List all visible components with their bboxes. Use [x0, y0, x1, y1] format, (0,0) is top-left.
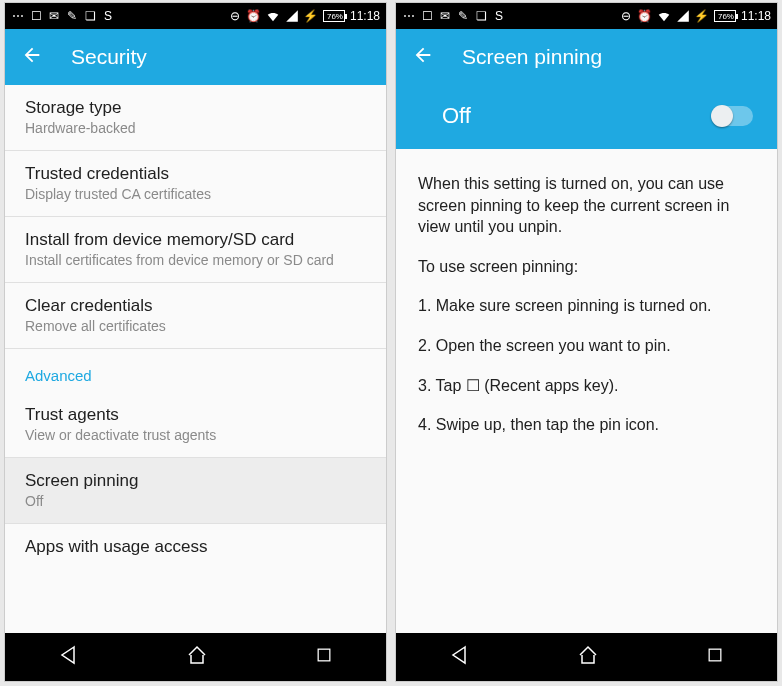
- clock: 11:18: [741, 9, 771, 23]
- alarm-icon: ⏰: [247, 9, 261, 23]
- dnd-icon: ⊖: [228, 9, 242, 23]
- step-2: 2. Open the screen you want to pin.: [418, 335, 755, 357]
- dnd-icon: ⊖: [619, 9, 633, 23]
- screen-title: Security: [71, 45, 147, 69]
- item-apps-usage-access[interactable]: Apps with usage access: [5, 524, 386, 571]
- charge-icon: ⚡: [695, 9, 709, 23]
- edit-icon: ✎: [456, 9, 470, 23]
- step-1: 1. Make sure screen pinning is turned on…: [418, 295, 755, 317]
- screen-title: Screen pinning: [462, 45, 602, 69]
- phone-left: ⋯ ☐ ✉ ✎ ❏ S ⊖ ⏰ ⚡ 76% 11:18 Security Sto…: [4, 2, 387, 682]
- description-body: When this setting is turned on, you can …: [396, 149, 777, 633]
- s-icon: S: [492, 9, 506, 23]
- item-clear-credentials[interactable]: Clear credentials Remove all certificate…: [5, 283, 386, 349]
- toggle-switch[interactable]: [713, 106, 753, 126]
- svg-rect-1: [709, 649, 721, 661]
- mail-icon: ✉: [47, 9, 61, 23]
- nav-bar: [5, 633, 386, 681]
- leaf-icon: ❏: [474, 9, 488, 23]
- leaf-icon: ❏: [83, 9, 97, 23]
- item-trusted-credentials[interactable]: Trusted credentials Display trusted CA c…: [5, 151, 386, 217]
- item-title: Trust agents: [25, 405, 366, 425]
- nav-home-button[interactable]: [185, 643, 209, 671]
- toggle-label: Off: [442, 103, 471, 129]
- item-title: Trusted credentials: [25, 164, 366, 184]
- app-bar: Screen pinning: [396, 29, 777, 85]
- battery-icon: 76%: [323, 10, 345, 22]
- step-4: 4. Swipe up, then tap the pin icon.: [418, 414, 755, 436]
- item-subtitle: View or deactivate trust agents: [25, 427, 366, 443]
- nav-back-button[interactable]: [448, 643, 472, 671]
- wifi-icon: [266, 9, 280, 23]
- item-title: Install from device memory/SD card: [25, 230, 366, 250]
- chat-icon: ☐: [29, 9, 43, 23]
- item-subtitle: Display trusted CA certificates: [25, 186, 366, 202]
- chat-icon: ☐: [420, 9, 434, 23]
- edit-icon: ✎: [65, 9, 79, 23]
- item-title: Apps with usage access: [25, 537, 366, 557]
- item-title: Storage type: [25, 98, 366, 118]
- clock: 11:18: [350, 9, 380, 23]
- intro-paragraph: When this setting is turned on, you can …: [418, 173, 755, 238]
- status-bar: ⋯ ☐ ✉ ✎ ❏ S ⊖ ⏰ ⚡ 76% 11:18: [5, 3, 386, 29]
- section-advanced: Advanced: [5, 349, 386, 392]
- howto-label: To use screen pinning:: [418, 256, 755, 278]
- battery-icon: 76%: [714, 10, 736, 22]
- item-subtitle: Install certificates from device memory …: [25, 252, 366, 268]
- back-button[interactable]: [412, 44, 434, 71]
- status-bar: ⋯ ☐ ✉ ✎ ❏ S ⊖ ⏰ ⚡ 76% 11:18: [396, 3, 777, 29]
- app-bar: Security: [5, 29, 386, 85]
- item-trust-agents[interactable]: Trust agents View or deactivate trust ag…: [5, 392, 386, 458]
- s-icon: S: [101, 9, 115, 23]
- alarm-icon: ⏰: [638, 9, 652, 23]
- item-title: Screen pinning: [25, 471, 366, 491]
- item-install-from-sd[interactable]: Install from device memory/SD card Insta…: [5, 217, 386, 283]
- wifi-icon: [657, 9, 671, 23]
- item-subtitle: Remove all certificates: [25, 318, 366, 334]
- svg-rect-0: [318, 649, 330, 661]
- nav-bar: [396, 633, 777, 681]
- toggle-row[interactable]: Off: [396, 85, 777, 149]
- nav-home-button[interactable]: [576, 643, 600, 671]
- back-button[interactable]: [21, 44, 43, 71]
- item-subtitle: Hardware-backed: [25, 120, 366, 136]
- more-icon: ⋯: [11, 9, 25, 23]
- nav-back-button[interactable]: [57, 643, 81, 671]
- item-screen-pinning[interactable]: Screen pinning Off: [5, 458, 386, 524]
- nav-recent-button[interactable]: [314, 645, 334, 669]
- step-3: 3. Tap ☐ (Recent apps key).: [418, 375, 755, 397]
- item-title: Clear credentials: [25, 296, 366, 316]
- item-subtitle: Off: [25, 493, 366, 509]
- item-storage-type[interactable]: Storage type Hardware-backed: [5, 85, 386, 151]
- more-icon: ⋯: [402, 9, 416, 23]
- nav-recent-button[interactable]: [705, 645, 725, 669]
- settings-list: Storage type Hardware-backed Trusted cre…: [5, 85, 386, 633]
- phone-right: ⋯ ☐ ✉ ✎ ❏ S ⊖ ⏰ ⚡ 76% 11:18 Screen pinni…: [395, 2, 778, 682]
- signal-icon: [285, 9, 299, 23]
- charge-icon: ⚡: [304, 9, 318, 23]
- mail-icon: ✉: [438, 9, 452, 23]
- signal-icon: [676, 9, 690, 23]
